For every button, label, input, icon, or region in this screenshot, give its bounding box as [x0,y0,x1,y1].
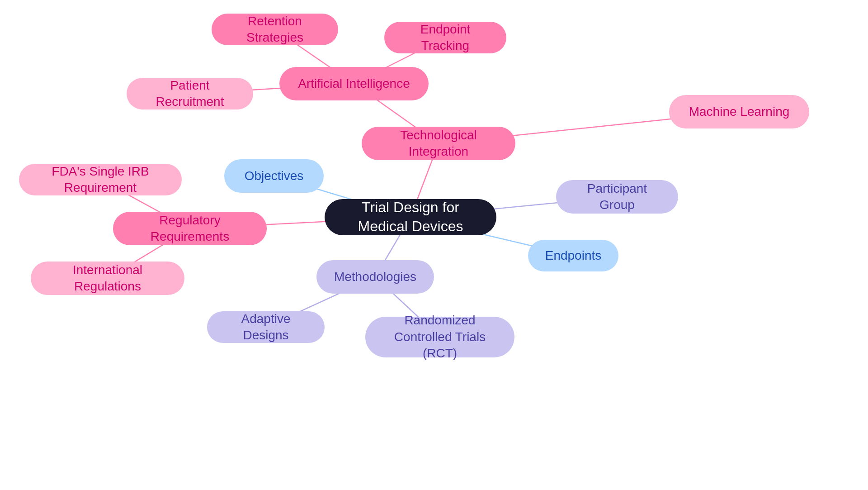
retention-strategies-label: Retention Strategies [224,13,326,46]
methodologies-node: Methodologies [316,260,434,294]
endpoints-node: Endpoints [528,240,618,271]
objectives-node: Objectives [224,159,324,193]
fda-irb-node: FDA's Single IRB Requirement [19,164,182,195]
technological-integration-label: Technological Integration [374,127,503,160]
machine-learning-label: Machine Learning [689,104,790,120]
rct-label: Randomized Controlled Trials (RCT) [378,312,502,362]
objectives-label: Objectives [245,168,304,184]
technological-integration-node: Technological Integration [362,127,515,160]
regulatory-requirements-node: Regulatory Requirements [113,212,267,245]
adaptive-designs-label: Adaptive Designs [220,311,312,344]
patient-recruitment-node: Patient Recruitment [127,78,253,109]
rct-node: Randomized Controlled Trials (RCT) [365,317,514,357]
endpoint-tracking-label: Endpoint Tracking [397,21,494,54]
regulatory-requirements-label: Regulatory Requirements [126,212,254,245]
center-node: Trial Design for Medical Devices [325,199,496,235]
international-regulations-label: International Regulations [43,262,172,295]
fda-irb-label: FDA's Single IRB Requirement [32,163,169,196]
participant-group-node: Participant Group [556,180,678,214]
endpoints-label: Endpoints [545,247,602,264]
retention-strategies-node: Retention Strategies [212,14,338,45]
adaptive-designs-node: Adaptive Designs [207,311,325,343]
patient-recruitment-label: Patient Recruitment [139,77,241,110]
international-regulations-node: International Regulations [31,262,184,295]
artificial-intelligence-label: Artificial Intelligence [298,76,410,92]
artificial-intelligence-node: Artificial Intelligence [279,67,429,100]
center-label: Trial Design for Medical Devices [347,198,474,236]
methodologies-label: Methodologies [334,269,416,285]
endpoint-tracking-node: Endpoint Tracking [384,22,506,53]
machine-learning-node: Machine Learning [669,95,809,128]
participant-group-label: Participant Group [569,181,665,214]
